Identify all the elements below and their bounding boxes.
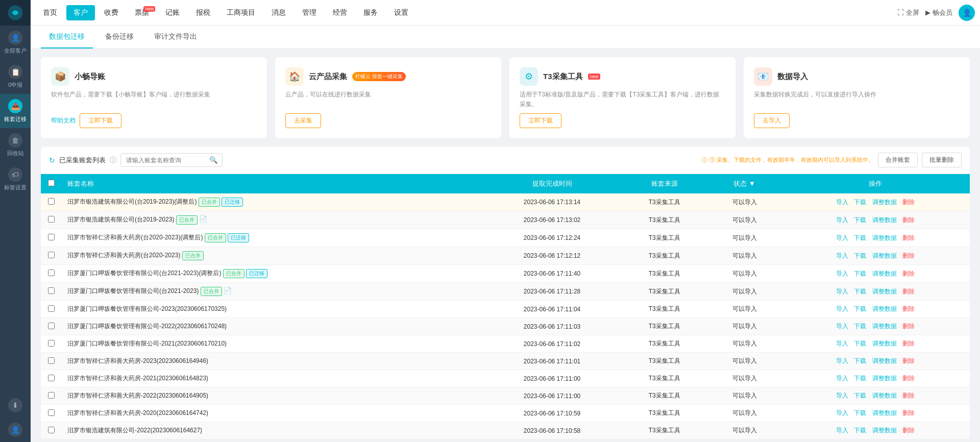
app-logo[interactable] xyxy=(0,0,31,26)
search-input[interactable] xyxy=(121,154,205,166)
row-delete-link[interactable]: 删除 xyxy=(902,409,915,416)
row-delete-link[interactable]: 删除 xyxy=(902,340,915,347)
row-delete-link[interactable]: 删除 xyxy=(902,305,915,312)
sidebar-item-account-migrate[interactable]: 📤 账套迁移 xyxy=(0,94,31,128)
row-checkbox[interactable] xyxy=(48,323,55,329)
row-delete-link[interactable]: 删除 xyxy=(902,252,915,259)
row-adjust-link[interactable]: 调整数据 xyxy=(872,409,897,416)
row-download-link[interactable]: 下载 xyxy=(854,216,866,224)
row-delete-link[interactable]: 删除 xyxy=(902,288,915,295)
select-all-checkbox[interactable] xyxy=(48,180,55,186)
row-download-link[interactable]: 下载 xyxy=(854,288,866,295)
row-adjust-link[interactable]: 调整数据 xyxy=(872,288,897,295)
row-download-link[interactable]: 下载 xyxy=(854,409,866,416)
row-delete-link[interactable]: 删除 xyxy=(902,270,915,277)
row-download-link[interactable]: 下载 xyxy=(854,357,866,364)
sidebar-item-all-clients[interactable]: 👤 全部客户 xyxy=(0,26,31,60)
row-checkbox[interactable] xyxy=(48,234,55,240)
row-checkbox[interactable] xyxy=(48,198,55,205)
row-import-link[interactable]: 导入 xyxy=(836,392,848,399)
row-download-link[interactable]: 下载 xyxy=(854,375,866,382)
row-checkbox[interactable] xyxy=(48,340,55,347)
sidebar-item-zero-report[interactable]: 📋 0申报 xyxy=(0,60,31,94)
tab-backup-migrate[interactable]: 备份迁移 xyxy=(97,26,142,48)
row-import-link[interactable]: 导入 xyxy=(836,216,848,224)
row-delete-link[interactable]: 删除 xyxy=(902,323,915,330)
nav-service[interactable]: 服务 xyxy=(356,5,385,20)
row-download-link[interactable]: 下载 xyxy=(854,323,866,330)
row-download-link[interactable]: 下载 xyxy=(854,270,866,277)
row-import-link[interactable]: 导入 xyxy=(836,252,848,259)
nav-fee[interactable]: 收费 xyxy=(97,5,126,20)
row-adjust-link[interactable]: 调整数据 xyxy=(872,392,897,399)
nav-home[interactable]: 首页 xyxy=(36,5,64,20)
row-delete-link[interactable]: 删除 xyxy=(902,357,915,364)
row-delete-link[interactable]: 删除 xyxy=(902,216,915,224)
row-adjust-link[interactable]: 调整数据 xyxy=(872,199,897,206)
row-checkbox[interactable] xyxy=(48,427,55,433)
download-btn[interactable]: 立即下载 xyxy=(80,113,121,128)
vip-btn[interactable]: ▶ 畅会员 xyxy=(925,8,952,17)
refresh-icon[interactable]: ↻ xyxy=(49,156,55,164)
nav-message[interactable]: 消息 xyxy=(264,5,293,20)
row-adjust-link[interactable]: 调整数据 xyxy=(872,270,897,277)
row-import-link[interactable]: 导入 xyxy=(836,199,848,206)
row-download-link[interactable]: 下载 xyxy=(854,305,866,312)
row-import-link[interactable]: 导入 xyxy=(836,305,848,312)
t3-download-btn[interactable]: 立即下载 xyxy=(520,113,561,128)
row-delete-link[interactable]: 删除 xyxy=(902,392,915,399)
row-checkbox[interactable] xyxy=(48,409,55,416)
row-import-link[interactable]: 导入 xyxy=(836,270,848,277)
sidebar-item-tag-settings[interactable]: 🏷 标签设置 xyxy=(0,162,31,197)
go-collect-btn[interactable]: 去采集 xyxy=(285,113,321,128)
row-checkbox[interactable] xyxy=(48,269,55,276)
fullscreen-btn[interactable]: ⛶ 全屏 xyxy=(897,8,919,17)
nav-tax[interactable]: 报税 xyxy=(189,5,217,20)
row-checkbox[interactable] xyxy=(48,375,55,381)
row-adjust-link[interactable]: 调整数据 xyxy=(872,323,897,330)
row-checkbox[interactable] xyxy=(48,305,55,312)
row-download-link[interactable]: 下载 xyxy=(854,234,866,241)
nav-settings[interactable]: 设置 xyxy=(387,5,415,20)
sidebar-item-recycle[interactable]: 🗑 回收站 xyxy=(0,128,31,162)
merge-accounts-btn[interactable]: 合并账套 xyxy=(878,153,918,167)
row-import-link[interactable]: 导入 xyxy=(836,409,848,416)
row-adjust-link[interactable]: 调整数据 xyxy=(872,340,897,347)
row-checkbox[interactable] xyxy=(48,287,55,294)
nav-business[interactable]: 工商项目 xyxy=(219,5,262,20)
row-import-link[interactable]: 导入 xyxy=(836,375,848,382)
row-adjust-link[interactable]: 调整数据 xyxy=(872,305,897,312)
row-delete-link[interactable]: 删除 xyxy=(902,427,915,434)
row-adjust-link[interactable]: 调整数据 xyxy=(872,252,897,259)
row-adjust-link[interactable]: 调整数据 xyxy=(872,375,897,382)
row-download-link[interactable]: 下载 xyxy=(854,340,866,347)
row-checkbox[interactable] xyxy=(48,392,55,399)
row-download-link[interactable]: 下载 xyxy=(854,392,866,399)
nav-client[interactable]: 客户 xyxy=(66,5,95,20)
row-import-link[interactable]: 导入 xyxy=(836,357,848,364)
user-avatar[interactable]: 👤 xyxy=(959,5,975,21)
help-icon[interactable]: ⓘ xyxy=(110,156,116,165)
nav-manage[interactable]: 管理 xyxy=(295,5,324,20)
row-download-link[interactable]: 下载 xyxy=(854,199,866,206)
help-doc-link[interactable]: 帮助文档 xyxy=(51,116,76,125)
row-import-link[interactable]: 导入 xyxy=(836,234,848,241)
row-checkbox[interactable] xyxy=(48,252,55,258)
row-adjust-link[interactable]: 调整数据 xyxy=(872,234,897,241)
row-import-link[interactable]: 导入 xyxy=(836,340,848,347)
row-adjust-link[interactable]: 调整数据 xyxy=(872,357,897,364)
row-adjust-link[interactable]: 调整数据 xyxy=(872,216,897,224)
row-delete-link[interactable]: 删除 xyxy=(902,234,915,241)
row-download-link[interactable]: 下载 xyxy=(854,427,866,434)
sidebar-item-download[interactable]: ⬇ xyxy=(0,393,31,418)
tab-audit-export[interactable]: 审计文件导出 xyxy=(146,26,205,48)
row-import-link[interactable]: 导入 xyxy=(836,288,848,295)
row-import-link[interactable]: 导入 xyxy=(836,323,848,330)
go-import-btn[interactable]: 去导入 xyxy=(754,113,790,128)
row-adjust-link[interactable]: 调整数据 xyxy=(872,427,897,434)
row-checkbox[interactable] xyxy=(48,216,55,223)
row-delete-link[interactable]: 删除 xyxy=(902,199,915,206)
search-button[interactable]: 🔍 xyxy=(205,154,222,166)
nav-accounting[interactable]: 记账 xyxy=(158,5,187,20)
row-delete-link[interactable]: 删除 xyxy=(902,375,915,382)
